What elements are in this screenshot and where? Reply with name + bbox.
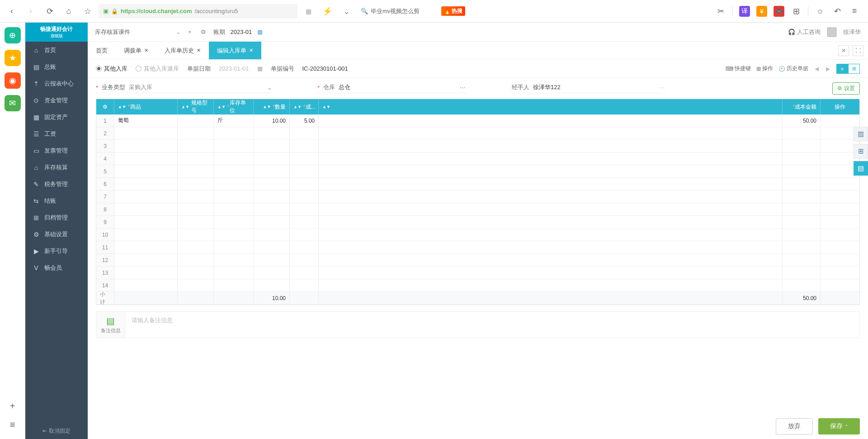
url-host: https://cloud.chanjet.com: [121, 8, 192, 14]
game-icon[interactable]: 🎮: [774, 6, 784, 17]
lock-icon: 🔒: [111, 8, 118, 14]
divider: [732, 7, 733, 16]
shield-icon: ▣: [103, 8, 108, 14]
apps-icon[interactable]: ⊞: [791, 6, 802, 17]
back-button[interactable]: ‹: [4, 3, 20, 19]
search-icon: 🔍: [361, 8, 368, 14]
reload-button[interactable]: ⟳: [42, 3, 58, 19]
translate-icon[interactable]: 译: [739, 6, 750, 17]
url-path: /accounting/uru5: [194, 8, 238, 14]
favorite-button[interactable]: ☆: [80, 3, 96, 19]
scissors-icon[interactable]: ✂: [715, 6, 726, 17]
hot-search-tag[interactable]: 热搜: [441, 6, 465, 16]
divider: [808, 7, 808, 16]
url-bar[interactable]: ▣ 🔒 https://cloud.chanjet.com/accounting…: [99, 4, 297, 19]
dropdown-icon[interactable]: ⌄: [338, 3, 354, 19]
browser-search[interactable]: 🔍 毕业mv视频怎么剪: [357, 4, 439, 19]
wallet-icon[interactable]: ¥: [756, 6, 767, 17]
home-button[interactable]: ⌂: [61, 3, 77, 19]
forward-button[interactable]: ›: [23, 3, 39, 19]
undo-icon[interactable]: ↶: [832, 6, 843, 17]
menu-icon[interactable]: ≡: [849, 6, 860, 17]
brightness-icon[interactable]: ☼: [815, 6, 826, 17]
browser-toolbar: ‹ › ⟳ ⌂ ☆ ▣ 🔒 https://cloud.chanjet.com/…: [0, 0, 868, 23]
search-placeholder: 毕业mv视频怎么剪: [371, 7, 420, 15]
qr-icon[interactable]: ▦: [300, 3, 316, 19]
bolt-icon[interactable]: ⚡: [319, 3, 335, 19]
